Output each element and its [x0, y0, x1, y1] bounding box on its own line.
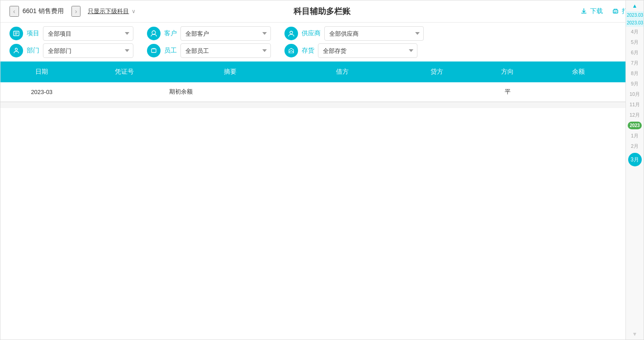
col-credit: 贷方 — [389, 61, 484, 82]
horizontal-scrollbar[interactable] — [0, 102, 625, 108]
filter-supplier: 供应商 全部供应商 — [284, 26, 424, 41]
project-icon — [9, 27, 23, 40]
customer-select[interactable]: 全部客户 — [180, 26, 271, 41]
cell-voucher — [83, 82, 166, 102]
timeline-item-8[interactable]: 8月 — [627, 68, 642, 79]
inventory-select[interactable]: 全部存货 — [318, 43, 417, 58]
download-button[interactable]: 下载 — [580, 7, 603, 15]
col-voucher: 凭证号 — [83, 61, 166, 82]
table-header: 日期 凭证号 摘要 借方 贷方 方向 余额 — [0, 61, 625, 82]
timeline-item-12[interactable]: 12月 — [627, 110, 642, 120]
cell-date: 2023-03 — [0, 82, 83, 102]
dept-select[interactable]: 全部部门 — [43, 43, 133, 58]
download-label: 下载 — [590, 7, 603, 15]
supplier-select[interactable]: 全部供应商 — [324, 26, 424, 41]
project-label: 项目 — [27, 29, 39, 38]
employee-label: 员工 — [164, 47, 177, 55]
cell-credit — [389, 82, 484, 102]
dept-label: 部门 — [27, 47, 39, 55]
right-sidebar: ▲ 2023.03 2023.03 4月 5月 6月 7月 8月 9月 10月 … — [625, 0, 644, 340]
content-wrapper: 日期 凭证号 摘要 借方 贷方 方向 余额 2023-03 期初余额 — [0, 61, 625, 108]
cell-debit — [295, 82, 390, 102]
download-icon — [580, 8, 587, 15]
filter-dept: 部门 全部部门 — [9, 43, 133, 58]
main-container: × ‹ 6601 销售费用 › 只显示下级科目 ∨ 科目辅助多栏账 下载 打印 — [0, 0, 644, 340]
sidebar-arrow-down[interactable]: ▼ — [626, 329, 644, 340]
timeline-item-10[interactable]: 10月 — [627, 89, 642, 99]
filter-project: 项目 全部项目 — [9, 26, 133, 41]
nav-next-button[interactable]: › — [71, 6, 81, 17]
cell-direction: 平 — [484, 82, 531, 102]
col-debit: 借方 — [295, 61, 390, 82]
show-sub-label: 只显示下级科目 — [88, 7, 129, 15]
filter-employee: 员工 全部员工 — [147, 43, 271, 58]
col-summary: 摘要 — [166, 61, 295, 82]
timeline-item-7[interactable]: 7月 — [627, 58, 642, 68]
page-title: 科目辅助多栏账 — [294, 6, 350, 17]
print-icon — [612, 8, 619, 15]
data-table: 日期 凭证号 摘要 借方 贷方 方向 余额 2023-03 期初余额 — [0, 61, 625, 102]
filter-row-2: 部门 全部部门 员工 全部员工 — [9, 43, 616, 58]
filter-area: 项目 全部项目 客户 全部客户 — [0, 23, 625, 58]
timeline-item-2[interactable]: 2月 — [627, 141, 642, 151]
svg-rect-4 — [152, 49, 156, 52]
svg-point-2 — [290, 31, 293, 34]
col-balance: 余额 — [531, 61, 625, 82]
table-row: 2023-03 期初余额 平 — [0, 82, 625, 102]
nav-prev-button[interactable]: ‹ — [9, 6, 19, 17]
sidebar-arrow-up[interactable]: ▲ — [626, 0, 644, 11]
top-bar: ‹ 6601 销售费用 › 只显示下级科目 ∨ 科目辅助多栏账 下载 打印 — [0, 0, 644, 23]
dept-icon — [9, 44, 23, 57]
employee-icon — [147, 44, 161, 57]
timeline-item-2023-03-first[interactable]: 2023.03 — [626, 11, 644, 19]
timeline-item-11[interactable]: 11月 — [627, 99, 642, 110]
employee-select[interactable]: 全部员工 — [180, 43, 271, 58]
col-date: 日期 — [0, 61, 83, 82]
customer-icon — [147, 27, 161, 40]
supplier-icon — [284, 27, 298, 40]
timeline-item-2023-03-second[interactable]: 2023.03 — [626, 19, 644, 27]
timeline-item-1[interactable]: 1月 — [627, 131, 642, 141]
timeline-active-month[interactable]: 3月 — [628, 153, 642, 166]
table-body: 2023-03 期初余额 平 — [0, 82, 625, 102]
timeline-item-6[interactable]: 6月 — [627, 47, 642, 58]
cell-summary: 期初余额 — [166, 82, 295, 102]
project-select[interactable]: 全部项目 — [43, 26, 133, 41]
svg-point-3 — [15, 48, 18, 51]
account-code: 6601 销售费用 — [23, 7, 68, 15]
inventory-icon — [284, 44, 298, 57]
timeline-item-4[interactable]: 4月 — [627, 27, 642, 37]
cell-balance — [531, 82, 625, 102]
supplier-label: 供应商 — [302, 29, 321, 38]
filter-row-1: 项目 全部项目 客户 全部客户 — [9, 26, 616, 41]
show-sub-arrow: ∨ — [132, 8, 136, 14]
filter-customer: 客户 全部客户 — [147, 26, 271, 41]
col-direction: 方向 — [484, 61, 531, 82]
filter-inventory: 存货 全部存货 — [284, 43, 417, 58]
show-sub-filter[interactable]: 只显示下级科目 ∨ — [88, 7, 136, 15]
timeline-item-9[interactable]: 9月 — [627, 79, 642, 89]
timeline-year-badge[interactable]: 2023 — [628, 122, 642, 129]
inventory-label: 存货 — [302, 47, 314, 55]
table-scroll[interactable]: 日期 凭证号 摘要 借方 贷方 方向 余额 2023-03 期初余额 — [0, 61, 625, 102]
customer-label: 客户 — [164, 29, 177, 38]
timeline-item-5[interactable]: 5月 — [627, 37, 642, 47]
